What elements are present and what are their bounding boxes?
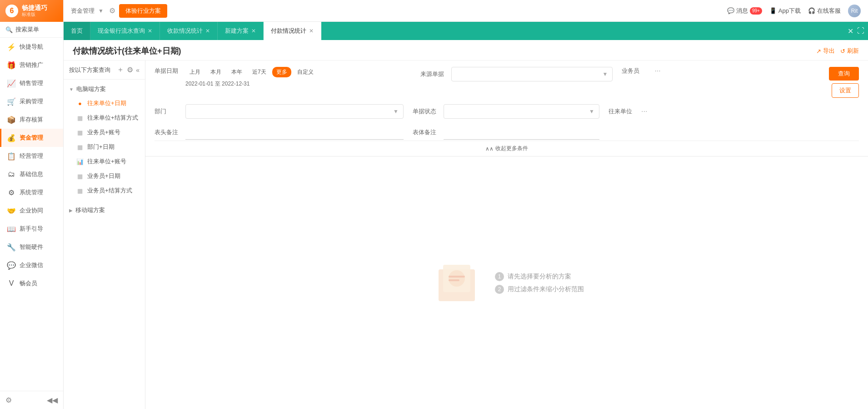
quick-nav-icon: ⚡	[7, 42, 16, 51]
tab-expand-icon[interactable]: ⛶	[857, 27, 864, 35]
tab-new-plan[interactable]: 新建方案 ✕	[218, 22, 264, 40]
tab-bank-flow-close[interactable]: ✕	[148, 28, 152, 34]
refresh-btn[interactable]: ↺ 刷新	[840, 47, 859, 55]
mobile-scheme-group: ▶ 移动端方案	[64, 201, 145, 220]
sidebar-item-quick-nav[interactable]: ⚡ 快捷导航	[0, 38, 63, 56]
sidebar-item-vip[interactable]: V 畅会员	[0, 274, 63, 293]
tab-bar: 首页 现金银行流水查询 ✕ 收款情况统计 ✕ 新建方案 ✕ 付款情况统计 ✕ ✕…	[64, 22, 868, 40]
add-scheme-btn[interactable]: ＋	[117, 65, 124, 75]
sidebar-item-funds[interactable]: 💰 资金管理	[0, 129, 63, 147]
system-icon: ⚙	[7, 188, 16, 197]
export-icon: ↗	[816, 48, 821, 55]
staff-dots-btn[interactable]: ···	[653, 67, 662, 75]
source-field[interactable]: ▼	[451, 67, 613, 81]
collapse-sidebar-icon[interactable]: ◀◀	[47, 396, 58, 404]
breadcrumb-dropdown-icon[interactable]: ▼	[98, 8, 104, 14]
dept-field[interactable]: ▼	[185, 104, 404, 119]
topbar-right: 💬 消息 99+ 📱 App下载 🎧 在线客服 Rit	[727, 5, 861, 17]
message-icon: 💬	[727, 7, 734, 14]
sidebar-search[interactable]: 🔍 搜索菜单	[0, 22, 63, 38]
unit-dots-btn[interactable]: ···	[639, 107, 649, 116]
scheme-unit-settle-icon: ▦	[76, 114, 84, 121]
sidebar-item-guide[interactable]: 📖 新手引导	[0, 220, 63, 238]
headset-icon: 🎧	[808, 7, 815, 14]
app-download-btn[interactable]: 📱 App下载	[769, 7, 801, 15]
scheme-unit-date-icon: ●	[76, 100, 84, 107]
funds-icon: 💰	[7, 133, 16, 142]
tab-bank-flow[interactable]: 现金银行流水查询 ✕	[90, 22, 160, 40]
scheme-staff-settle[interactable]: ▦ 业务员+结算方式	[64, 183, 145, 198]
collapse-left-panel-icon[interactable]: «	[136, 66, 140, 74]
sidebar-item-collab[interactable]: 🤝 企业协同	[0, 202, 63, 220]
basic-icon: 🗂	[7, 170, 16, 179]
custom-date-btn[interactable]: 自定义	[293, 67, 318, 77]
this-year-btn[interactable]: 本年	[227, 67, 246, 77]
tab-payment-close[interactable]: ✕	[309, 28, 314, 34]
date-buttons: 上月 本月 本年 近7天 更多 自定义	[185, 67, 318, 77]
messages-btn[interactable]: 💬 消息 99+	[727, 7, 762, 15]
sidebar-logo: 6 畅捷通巧 标准版	[0, 0, 63, 22]
sidebar-nav: ⚡ 快捷导航 🎁 营销推广 📈 销售管理 🛒 采购管理 📦 库存核算 💰 资金管…	[0, 38, 63, 391]
ops-icon: 📋	[7, 151, 16, 161]
guide-icon: 📖	[7, 224, 16, 233]
settings-bottom-icon[interactable]: ⚙	[5, 396, 12, 404]
sidebar-item-purchase[interactable]: 🛒 采购管理	[0, 92, 63, 111]
scheme-unit-account[interactable]: 📊 往来单位+账号	[64, 154, 145, 169]
tab-collection[interactable]: 收款情况统计 ✕	[160, 22, 218, 40]
last-month-btn[interactable]: 上月	[185, 67, 205, 77]
tab-new-plan-close[interactable]: ✕	[251, 28, 256, 34]
this-month-btn[interactable]: 本月	[206, 67, 225, 77]
trial-btn[interactable]: 体验行业方案	[119, 4, 167, 18]
sidebar-item-basic[interactable]: 🗂 基础信息	[0, 165, 63, 183]
scheme-dept-date[interactable]: ▦ 部门+日期	[64, 140, 145, 154]
collapse-icon: ∧∧	[485, 146, 494, 152]
sidebar-bottom: ⚙ ◀◀	[0, 391, 63, 409]
pc-scheme-group-header[interactable]: ▼ 电脑端方案	[64, 82, 145, 96]
query-btn[interactable]: 查询	[829, 67, 859, 81]
content-area: 按以下方案查询 ＋ ⚙ « ▼ 电脑端方案 ● 往来单位+日期 ▦	[64, 61, 868, 409]
marketing-icon: 🎁	[7, 61, 16, 70]
header-note-input[interactable]	[185, 125, 404, 140]
topbar-left: 资金管理 ▼ ⚙ 体验行业方案	[71, 4, 722, 18]
inventory-icon: 📦	[7, 115, 16, 124]
tab-close-all-icon[interactable]: ✕	[848, 27, 853, 35]
scheme-settings-icon[interactable]: ⚙	[127, 66, 133, 74]
setting-btn[interactable]: 设置	[832, 83, 859, 98]
sidebar-item-marketing[interactable]: 🎁 营销推广	[0, 56, 63, 74]
tab-payment[interactable]: 付款情况统计 ✕	[264, 22, 321, 40]
scheme-staff-date[interactable]: ▦ 业务员+日期	[64, 169, 145, 183]
sidebar-item-system[interactable]: ⚙ 系统管理	[0, 183, 63, 202]
sidebar-item-hardware[interactable]: 🔧 智能硬件	[0, 238, 63, 256]
date-filter-label: 单据日期	[155, 67, 182, 75]
topbar-gear-icon[interactable]: ⚙	[109, 6, 115, 15]
mobile-group-arrow-icon: ▶	[69, 208, 73, 213]
search-icon: 🔍	[5, 26, 13, 33]
left-panel: 按以下方案查询 ＋ ⚙ « ▼ 电脑端方案 ● 往来单位+日期 ▦	[64, 61, 145, 409]
online-service-btn[interactable]: 🎧 在线客服	[808, 7, 841, 15]
collapse-filter-btn[interactable]: ∧∧ 收起更多条件	[155, 141, 859, 156]
body-note-label: 表体备注	[413, 128, 440, 136]
sidebar-item-wechat[interactable]: 💬 企业微信	[0, 256, 63, 274]
tab-collection-close[interactable]: ✕	[205, 28, 210, 34]
scheme-unit-date[interactable]: ● 往来单位+日期	[64, 96, 145, 111]
last-7days-btn[interactable]: 近7天	[248, 67, 270, 77]
more-dates-btn[interactable]: 更多	[272, 67, 291, 77]
query-area: 查询 设置	[829, 67, 859, 98]
sidebar-item-sales[interactable]: 📈 销售管理	[0, 74, 63, 92]
mobile-scheme-group-header[interactable]: ▶ 移动端方案	[64, 203, 145, 217]
refresh-icon: ↺	[840, 48, 845, 55]
source-filter-label: 来源单据	[420, 70, 448, 78]
source-dropdown-icon: ▼	[603, 71, 608, 77]
collab-icon: 🤝	[7, 206, 16, 215]
export-btn[interactable]: ↗ 导出	[816, 47, 835, 55]
dept-filter-label: 部门	[155, 107, 182, 116]
sidebar-item-inventory[interactable]: 📦 库存核算	[0, 111, 63, 129]
doc-status-field[interactable]: ▼	[444, 104, 599, 119]
scheme-staff-account[interactable]: ▦ 业务员+账号	[64, 125, 145, 140]
scheme-unit-settle[interactable]: ▦ 往来单位+结算方式	[64, 111, 145, 125]
body-note-input[interactable]	[444, 125, 599, 140]
purchase-icon: 🛒	[7, 97, 16, 106]
tab-home[interactable]: 首页	[64, 22, 90, 40]
user-avatar[interactable]: Rit	[848, 5, 861, 17]
sidebar-item-ops[interactable]: 📋 经营管理	[0, 147, 63, 165]
